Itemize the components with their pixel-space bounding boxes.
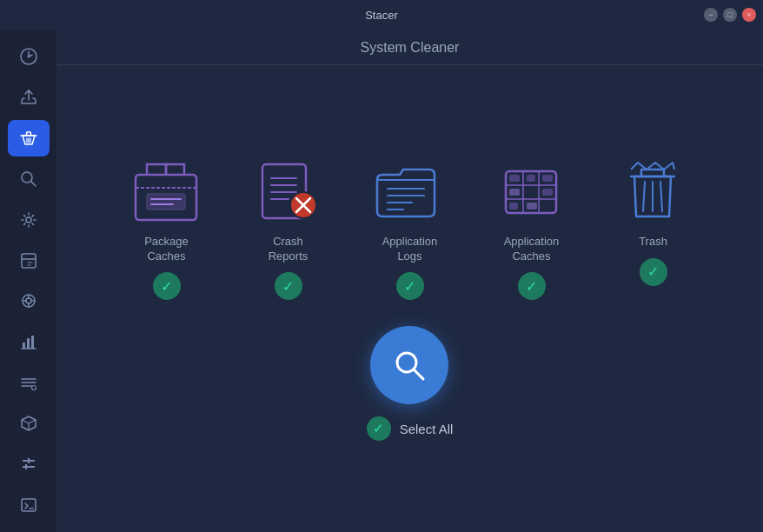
app-title: Stacer (365, 9, 398, 22)
settings-icon (19, 210, 38, 229)
search-icon (19, 170, 38, 189)
sidebar-item-startup[interactable] (8, 79, 50, 116)
svg-line-59 (643, 182, 645, 211)
sidebar-item-cleaner[interactable] (8, 120, 50, 157)
app-logs-icon-wrapper (367, 156, 454, 226)
sidebar-item-settings[interactable] (8, 201, 50, 238)
cleaner-item-trash: Trash ✓ (606, 156, 701, 286)
select-all-check[interactable]: ✓ (367, 416, 391, 441)
svg-rect-8 (22, 254, 36, 268)
crash-reports-check[interactable]: ✓ (275, 272, 302, 300)
sidebar-item-packages[interactable] (8, 404, 50, 442)
app-body: System Cleaner (0, 30, 763, 532)
page-header: System Cleaner (56, 30, 763, 65)
cleaner-icon (19, 129, 38, 148)
stats-icon (19, 332, 38, 351)
resources-icon (19, 291, 38, 310)
sidebar-item-terminal[interactable] (8, 486, 50, 523)
window-controls: − □ × (704, 8, 756, 22)
app-caches-check[interactable]: ✓ (518, 272, 546, 300)
trash-label: Trash (639, 235, 667, 249)
cleaner-items-row: Package Caches ✓ (119, 156, 701, 301)
svg-point-1 (27, 56, 30, 58)
svg-rect-20 (27, 338, 30, 349)
sidebar-item-services[interactable] (8, 445, 50, 482)
title-bar: Stacer − □ × (0, 0, 763, 30)
select-all-label: Select All (400, 422, 454, 436)
svg-line-63 (414, 369, 423, 379)
minimize-button[interactable]: − (704, 8, 718, 22)
cleaner-item-package-caches: Package Caches ✓ (119, 156, 215, 301)
select-all-row: ✓ Select All (367, 416, 454, 441)
cleaner-item-app-logs: Application Logs ✓ (362, 156, 458, 301)
sidebar-item-stats[interactable] (8, 323, 50, 361)
services-icon (19, 455, 38, 474)
svg-rect-57 (509, 203, 518, 209)
svg-point-7 (26, 217, 31, 223)
svg-rect-54 (542, 175, 553, 182)
package-caches-check[interactable]: ✓ (153, 272, 181, 300)
main-content: System Cleaner (56, 30, 763, 532)
scan-button-icon (390, 346, 428, 384)
sidebar (0, 30, 56, 532)
svg-line-61 (660, 182, 662, 211)
svg-line-28 (29, 420, 36, 423)
svg-rect-56 (542, 189, 553, 196)
svg-point-25 (31, 386, 36, 390)
sidebar-item-uninstaller[interactable] (8, 242, 50, 279)
app-logs-check[interactable]: ✓ (396, 272, 424, 300)
dashboard-icon (19, 47, 38, 66)
packages-icon (19, 414, 38, 433)
svg-line-27 (22, 420, 29, 423)
tools-icon (19, 373, 38, 392)
terminal-icon (19, 495, 38, 515)
trash-check[interactable]: ✓ (640, 258, 667, 286)
svg-rect-21 (31, 336, 34, 349)
sidebar-item-tools[interactable] (8, 364, 50, 402)
close-button[interactable]: × (742, 8, 756, 22)
package-caches-icon-wrapper (123, 156, 210, 226)
sidebar-item-search[interactable] (8, 160, 50, 197)
svg-rect-58 (527, 203, 537, 209)
cleaner-area: Package Caches ✓ (56, 65, 763, 532)
trash-icon-wrapper (610, 156, 697, 226)
svg-rect-55 (509, 189, 520, 196)
maximize-button[interactable]: □ (723, 8, 737, 22)
sidebar-item-resources[interactable] (8, 283, 50, 320)
app-caches-icon-wrapper (488, 156, 575, 226)
package-caches-label: Package Caches (144, 235, 189, 264)
svg-rect-32 (147, 194, 185, 209)
svg-rect-52 (509, 175, 520, 182)
scan-button[interactable] (370, 326, 448, 404)
svg-point-13 (26, 298, 31, 303)
app-caches-label: Application Caches (504, 235, 560, 264)
startup-icon (19, 88, 38, 107)
crash-reports-icon-wrapper (245, 156, 332, 226)
page-title: System Cleaner (74, 40, 746, 56)
svg-rect-53 (527, 175, 535, 182)
svg-rect-19 (23, 342, 25, 349)
cleaner-item-app-caches: Application Caches ✓ (484, 156, 580, 301)
sidebar-item-dashboard[interactable] (8, 38, 50, 76)
crash-reports-label: Crash Reports (269, 235, 309, 264)
app-logs-label: Application Logs (382, 235, 438, 264)
uninstaller-icon (19, 251, 38, 270)
svg-line-6 (30, 181, 36, 186)
cleaner-item-crash-reports: Crash Reports ✓ (241, 156, 336, 301)
scan-area: ✓ Select All (367, 326, 454, 441)
svg-rect-29 (22, 499, 36, 511)
